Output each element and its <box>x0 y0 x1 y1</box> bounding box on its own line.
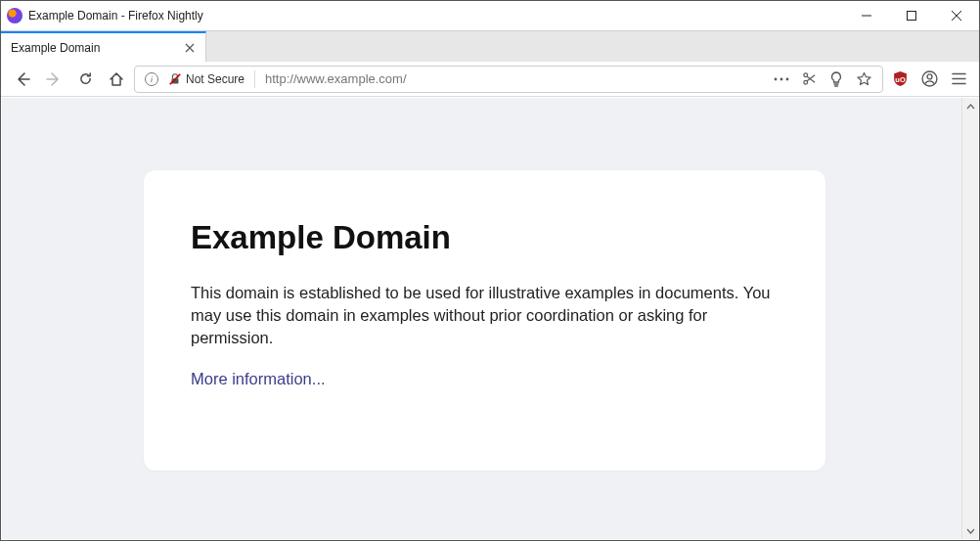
vertical-scrollbar[interactable] <box>961 98 978 539</box>
content-viewport: Example Domain This domain is establishe… <box>2 98 978 539</box>
firefox-nightly-icon <box>7 8 22 23</box>
screenshot-button[interactable] <box>796 67 822 92</box>
close-icon <box>185 43 195 53</box>
tab-strip: Example Domain <box>1 30 979 62</box>
security-label: Not Secure <box>186 72 245 86</box>
url-bar[interactable]: i Not Secure <box>134 66 883 93</box>
scissors-icon <box>802 71 817 86</box>
chevron-down-icon <box>966 528 975 534</box>
insecure-lock-icon <box>168 72 182 86</box>
minimize-icon <box>862 11 871 21</box>
arrow-left-icon <box>15 71 30 87</box>
navigation-toolbar: i Not Secure uO <box>1 62 979 97</box>
ellipsis-icon <box>774 77 789 81</box>
window-titlebar: Example Domain - Firefox Nightly <box>1 1 979 30</box>
maximize-icon <box>907 11 916 21</box>
svg-point-6 <box>803 80 807 84</box>
suggestions-button[interactable] <box>824 67 849 92</box>
tab-active[interactable]: Example Domain <box>1 31 206 62</box>
security-indicator[interactable]: Not Secure <box>168 68 250 90</box>
account-icon <box>921 70 938 87</box>
svg-point-2 <box>775 77 778 80</box>
home-icon <box>109 71 124 87</box>
site-info-button[interactable]: i <box>139 68 164 90</box>
page-actions-button[interactable] <box>769 67 794 92</box>
svg-point-5 <box>803 73 807 77</box>
window-title: Example Domain - Firefox Nightly <box>28 9 203 23</box>
window-close-button[interactable] <box>934 1 979 30</box>
lightbulb-icon <box>829 71 843 87</box>
page-heading: Example Domain <box>191 219 779 256</box>
reload-button[interactable] <box>71 66 99 93</box>
window-minimize-button[interactable] <box>844 1 889 30</box>
more-information-link[interactable]: More information... <box>191 370 326 387</box>
svg-rect-0 <box>908 12 916 21</box>
back-button[interactable] <box>9 66 36 93</box>
chevron-up-icon <box>966 104 975 110</box>
tab-close-button[interactable] <box>182 40 198 56</box>
info-icon: i <box>145 72 158 86</box>
url-input[interactable] <box>259 71 765 86</box>
bookmark-button[interactable] <box>851 67 876 92</box>
urlbar-separator <box>254 70 255 88</box>
svg-point-9 <box>927 74 932 79</box>
svg-text:uO: uO <box>895 75 906 84</box>
arrow-right-icon <box>46 71 62 87</box>
shield-icon: uO <box>892 70 909 87</box>
tab-label: Example Domain <box>11 41 100 55</box>
svg-point-3 <box>780 77 783 80</box>
window-maximize-button[interactable] <box>889 1 934 30</box>
forward-button[interactable] <box>40 66 67 93</box>
close-icon <box>952 11 961 21</box>
account-button[interactable] <box>916 67 942 92</box>
page-card: Example Domain This domain is establishe… <box>144 170 825 471</box>
star-icon <box>857 71 871 86</box>
scroll-down-button[interactable] <box>962 522 978 539</box>
svg-point-4 <box>786 77 789 80</box>
scroll-up-button[interactable] <box>962 98 978 114</box>
home-button[interactable] <box>103 66 130 93</box>
hamburger-icon <box>952 72 966 85</box>
page-paragraph: This domain is established to be used fo… <box>191 282 778 348</box>
reload-icon <box>78 71 93 86</box>
app-menu-button[interactable] <box>946 67 971 92</box>
ublock-button[interactable]: uO <box>887 67 913 92</box>
